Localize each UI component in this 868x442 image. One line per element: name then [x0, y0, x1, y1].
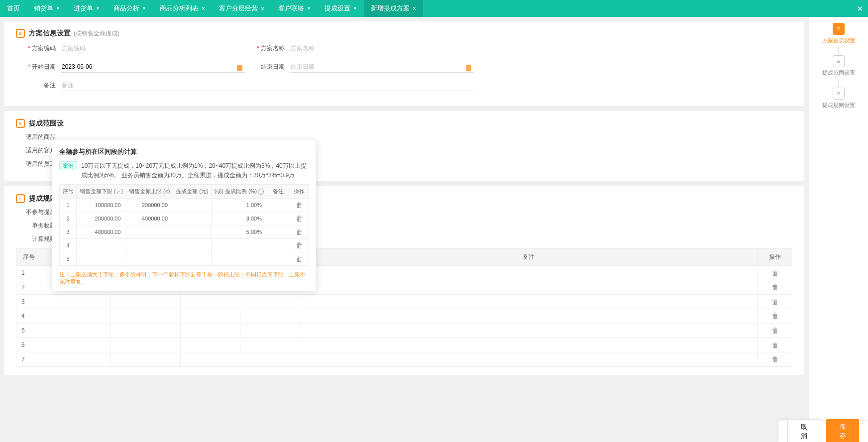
close-icon[interactable]: × [56, 5, 60, 12]
tab-home[interactable]: 首页 [0, 0, 27, 17]
close-icon[interactable]: × [202, 5, 205, 12]
close-icon[interactable]: × [142, 5, 146, 12]
close-icon[interactable]: × [307, 5, 311, 12]
close-icon[interactable]: × [261, 5, 264, 12]
tab-analysis[interactable]: 商品分析× [107, 0, 153, 17]
tab-customer-contact[interactable]: 客户联络× [271, 0, 318, 17]
tab-customer-tier[interactable]: 客户分层经营× [212, 0, 271, 17]
tab-bar: 首页 销货单× 进货单× 商品分析× 商品分析列表× 客户分层经营× 客户联络×… [0, 0, 868, 17]
close-all-icon[interactable]: × [857, 3, 863, 14]
tab-purchase[interactable]: 进货单× [67, 0, 107, 17]
tab-sales[interactable]: 销货单× [27, 0, 67, 17]
close-icon[interactable]: × [96, 5, 100, 12]
tab-commission-setting[interactable]: 提成设置× [318, 0, 364, 17]
close-icon[interactable]: × [413, 5, 416, 12]
tab-analysis-list[interactable]: 商品分析列表× [153, 0, 212, 17]
tab-new-commission[interactable]: 新增提成方案× [364, 0, 423, 17]
close-icon[interactable]: × [353, 5, 357, 12]
